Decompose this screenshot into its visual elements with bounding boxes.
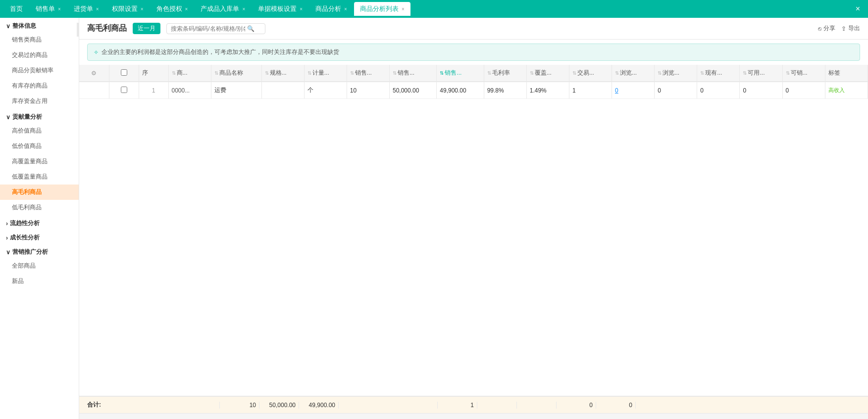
tab-product-stock[interactable]: 产成品入库单 × (195, 2, 251, 16)
col-unit[interactable]: ⇅ 计量... (304, 65, 347, 82)
col-available2[interactable]: ⇅ 可用... (740, 65, 782, 82)
col-sale-profit[interactable]: ⇅ 销售... (437, 65, 484, 82)
sidebar-item-new-goods[interactable]: 新品 (0, 274, 79, 289)
tab-template-close[interactable]: × (300, 6, 303, 12)
tab-role[interactable]: 角色授权 × (151, 2, 194, 16)
tab-purchase[interactable]: 进货单 × (68, 2, 105, 16)
tab-sales[interactable]: 销售单 × (30, 2, 67, 16)
sort-icon-profit: ⇅ (440, 70, 444, 76)
sidebar-item-sale-goods[interactable]: 销售类商品 (0, 32, 79, 47)
row-browse1[interactable]: 0 (612, 82, 655, 99)
tab-goods-analysis-list-close[interactable]: × (402, 6, 405, 12)
tab-goods-analysis-close[interactable]: × (344, 6, 347, 12)
gear-icon: ⚙ (91, 70, 97, 77)
sidebar-item-stocked-goods[interactable]: 有库存的商品 (0, 78, 79, 93)
table-header-row: ⚙ 序 ⇅ 商... (79, 65, 868, 82)
col-sale-amt[interactable]: ⇅ 销售... (390, 65, 437, 82)
row-name[interactable]: 运费 (211, 82, 261, 99)
sidebar-group-growth[interactable]: › 成长性分析 (0, 230, 79, 244)
filter-month-button[interactable]: 近一月 (133, 23, 160, 34)
sort-icon-av2: ⇅ (743, 70, 747, 76)
tab-goods-analysis-list[interactable]: 商品分析列表 × (354, 2, 410, 16)
col-browse2[interactable]: ⇅ 浏览... (655, 65, 697, 82)
chevron-down-icon-3: ∨ (6, 249, 10, 256)
main-layout: « ∨ 整体信息 销售类商品 交易过的商品 商品分贡献销率 有库存的商品 库存资… (0, 18, 868, 419)
col-checkbox[interactable] (109, 65, 139, 82)
col-browse1[interactable]: ⇅ 浏览... (612, 65, 655, 82)
chevron-right-icon: › (6, 220, 8, 227)
tab-permission-close[interactable]: × (141, 6, 144, 12)
col-tag[interactable]: 标签 (825, 65, 868, 82)
horizontal-scrollbar[interactable] (79, 413, 868, 419)
sort-icon-saleamt: ⇅ (393, 70, 397, 76)
sidebar-item-stock-capital[interactable]: 库存资金占用 (0, 93, 79, 109)
col-gross-rate[interactable]: ⇅ 毛利率 (484, 65, 526, 82)
content-header: 高毛利商品 近一月 🔍 ⎋ 分享 ⇪ 导出 (79, 18, 868, 40)
footer-sale-qty-val: 10 (220, 402, 259, 409)
col-saleable[interactable]: ⇅ 可销... (782, 65, 825, 82)
search-icon[interactable]: 🔍 (247, 25, 255, 32)
sort-icon-gross: ⇅ (487, 70, 491, 76)
col-transaction[interactable]: ⇅ 交易... (569, 65, 612, 82)
tab-purchase-close[interactable]: × (96, 6, 99, 12)
tab-product-stock-close[interactable]: × (242, 6, 245, 12)
row-sale-amt: 50,000.00 (390, 82, 437, 99)
sidebar-collapse-button[interactable]: « (77, 23, 79, 37)
share-icon: ⎋ (818, 25, 821, 32)
footer-sale-profit-val: 49,900.00 (299, 402, 339, 409)
chevron-down-icon: ∨ (6, 23, 10, 30)
col-name[interactable]: ⇅ 商品名称 (211, 65, 261, 82)
row-seq: 1 (139, 82, 168, 99)
export-icon: ⇪ (841, 25, 846, 32)
tab-home[interactable]: 首页 (4, 2, 29, 16)
col-coverage[interactable]: ⇅ 覆盖... (526, 65, 569, 82)
tab-template[interactable]: 单据模板设置 × (252, 2, 308, 16)
sidebar-group-trend[interactable]: › 流趋性分析 (0, 215, 79, 230)
chevron-down-icon-2: ∨ (6, 114, 10, 121)
tab-sales-close[interactable]: × (58, 6, 61, 12)
col-code[interactable]: ⇅ 商... (168, 65, 211, 82)
tab-goods-analysis[interactable]: 商品分析 × (309, 2, 353, 16)
footer-sale-qty (121, 402, 220, 409)
footer-available1-val: 0 (557, 402, 596, 409)
row-code[interactable]: 0000... (168, 82, 211, 99)
col-seq: 序 (139, 65, 168, 82)
search-input[interactable] (171, 25, 245, 32)
tab-permission[interactable]: 权限设置 × (106, 2, 150, 16)
sort-icon-b1: ⇅ (615, 70, 619, 76)
sidebar-item-low-value[interactable]: 低价值商品 (0, 139, 79, 154)
sidebar-item-traded-goods[interactable]: 交易过的商品 (0, 47, 79, 63)
sidebar-item-high-coverage[interactable]: 高覆盖量商品 (0, 154, 79, 169)
col-available1[interactable]: ⇅ 现有... (697, 65, 740, 82)
footer-saleable-val: 0 (596, 402, 636, 409)
sidebar-item-all-goods[interactable]: 全部商品 (0, 258, 79, 274)
info-icon: ✧ (94, 49, 99, 56)
sidebar-item-contribution-rate[interactable]: 商品分贡献销率 (0, 63, 79, 78)
sort-icon: ⇅ (172, 70, 176, 76)
sidebar-item-low-margin[interactable]: 低毛利商品 (0, 200, 79, 215)
row-saleable: 0 (782, 82, 825, 99)
footer-spacer1 (339, 402, 438, 409)
col-settings[interactable]: ⚙ (79, 65, 109, 82)
tab-role-close[interactable]: × (185, 6, 188, 12)
sidebar-item-high-value[interactable]: 高价值商品 (0, 123, 79, 139)
row-checkbox[interactable] (109, 82, 139, 99)
sidebar-group-marketing[interactable]: ∨ 营销推广分析 (0, 244, 79, 258)
footer-summary: 合计: 10 50,000.00 49,900.00 1 0 0 (79, 396, 868, 413)
sidebar-group-overall[interactable]: ∨ 整体信息 (0, 18, 79, 32)
select-all-checkbox[interactable] (121, 69, 127, 76)
row-spec (261, 82, 304, 99)
export-button[interactable]: ⇪ 导出 (841, 24, 860, 33)
footer-spacer3 (517, 402, 557, 409)
footer-spacer2 (477, 402, 517, 409)
sidebar-group-contribution[interactable]: ∨ 贡献量分析 (0, 109, 79, 123)
col-sale-qty[interactable]: ⇅ 销售... (347, 65, 389, 82)
sort-icon-unit: ⇅ (307, 70, 311, 76)
row-settings (79, 82, 109, 99)
close-all-tabs[interactable]: × (852, 4, 864, 13)
sidebar-item-low-coverage[interactable]: 低覆盖量商品 (0, 169, 79, 185)
sidebar-item-high-margin[interactable]: 高毛利商品 (0, 185, 79, 200)
col-spec[interactable]: ⇅ 规格... (261, 65, 304, 82)
row-select-checkbox[interactable] (121, 87, 127, 93)
share-button[interactable]: ⎋ 分享 (818, 24, 835, 33)
